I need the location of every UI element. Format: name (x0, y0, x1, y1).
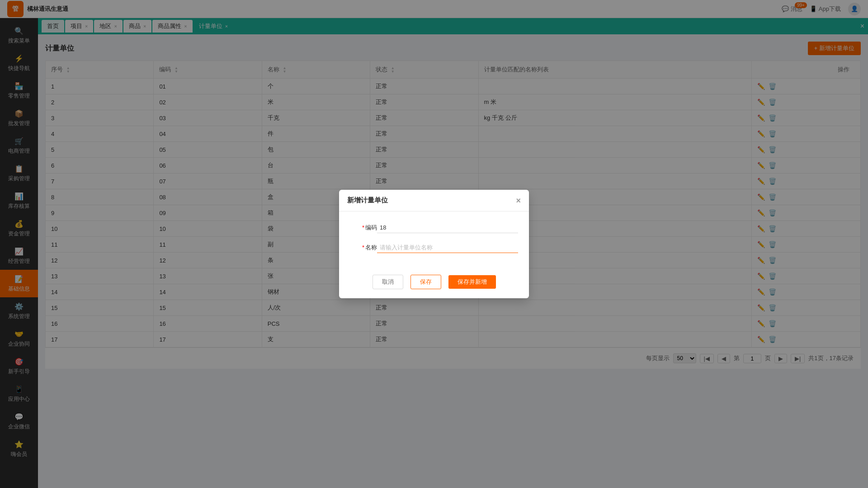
modal-footer: 取消 保存 保存并新增 (339, 269, 529, 298)
code-input[interactable] (377, 222, 518, 233)
name-required-marker: * (362, 244, 364, 251)
add-unit-modal: 新增计量单位 × *编码 *名称 取消 保存 保存并新增 (339, 190, 529, 298)
modal-overlay: 新增计量单位 × *编码 *名称 取消 保存 保存并新增 (0, 0, 868, 488)
code-form-row: *编码 (350, 222, 518, 233)
save-button[interactable]: 保存 (410, 275, 441, 289)
modal-header: 新增计量单位 × (339, 190, 529, 211)
name-input[interactable] (377, 242, 518, 253)
modal-close-btn[interactable]: × (516, 197, 521, 205)
save-and-new-button[interactable]: 保存并新增 (448, 275, 496, 289)
modal-title: 新增计量单位 (347, 196, 388, 205)
name-form-row: *名称 (350, 242, 518, 253)
modal-body: *编码 *名称 (339, 211, 529, 269)
code-label: *编码 (350, 224, 377, 232)
code-required-marker: * (362, 224, 364, 231)
cancel-button[interactable]: 取消 (373, 275, 403, 289)
name-label: *名称 (350, 244, 377, 252)
